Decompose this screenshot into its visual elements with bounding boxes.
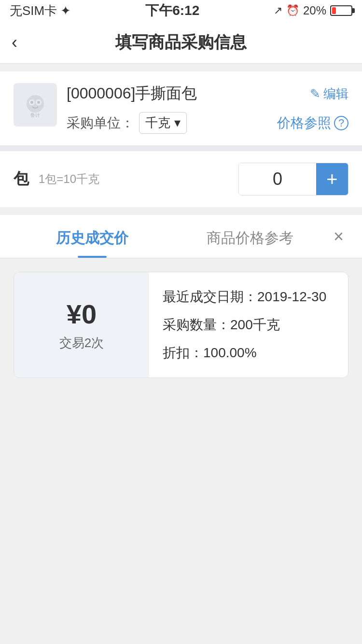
product-logo-icon: 鲁计 bbox=[21, 90, 50, 119]
product-image: 鲁计 bbox=[14, 83, 57, 126]
svg-text:鲁计: 鲁计 bbox=[30, 112, 40, 118]
main-content: 历史成交价 商品价格参考 × ¥0 交易2次 最近成交日期：2019-12-30… bbox=[0, 215, 362, 553]
svg-point-0 bbox=[27, 95, 44, 112]
alarm-icon: ⏰ bbox=[286, 4, 299, 17]
time-label: 下午6:12 bbox=[145, 1, 199, 20]
edit-label: 编辑 bbox=[323, 85, 348, 102]
tab-history-label: 历史成交价 bbox=[56, 230, 128, 246]
price-value: 0 bbox=[82, 299, 97, 329]
price-ref-label: 价格参照 bbox=[277, 114, 331, 132]
battery-icon bbox=[330, 5, 352, 16]
tab-price-ref-label: 商品价格参考 bbox=[207, 230, 293, 246]
tabs-container: 历史成交价 商品价格参考 × bbox=[0, 215, 362, 258]
unit-selector[interactable]: 千克 ▾ bbox=[139, 112, 187, 134]
carrier-label: 无SIM卡 ✦ bbox=[10, 2, 71, 19]
history-card-right: 最近成交日期：2019-12-30 采购数量：200千克 折扣：100.00% bbox=[149, 272, 348, 378]
unit-selector-group: 采购单位： 千克 ▾ bbox=[67, 112, 187, 134]
status-right: ↗ ⏰ 20% bbox=[274, 4, 352, 17]
yen-symbol: ¥ bbox=[67, 299, 82, 329]
unit-row: 采购单位： 千克 ▾ 价格参照 ? bbox=[67, 112, 348, 134]
quantity-value: 200千克 bbox=[230, 317, 280, 332]
edit-button[interactable]: ✎ 编辑 bbox=[310, 85, 348, 102]
quantity-row: 包 1包=10千克 + bbox=[0, 151, 362, 207]
history-section: ¥0 交易2次 最近成交日期：2019-12-30 采购数量：200千克 折扣：… bbox=[0, 258, 362, 392]
product-name-row: [0000006]手撕面包 ✎ 编辑 bbox=[67, 83, 348, 104]
status-left: 无SIM卡 ✦ bbox=[10, 2, 71, 19]
latest-date-value: 2019-12-30 bbox=[257, 289, 326, 304]
history-discount-row: 折扣：100.00% bbox=[163, 343, 334, 363]
battery-percent: 20% bbox=[303, 4, 326, 17]
product-name: [0000006]手撕面包 bbox=[67, 83, 197, 104]
tab-close-button[interactable]: × bbox=[329, 226, 348, 247]
quantity-plus-button[interactable]: + bbox=[316, 163, 348, 195]
history-transaction-count: 交易2次 bbox=[59, 335, 104, 351]
status-bar: 无SIM卡 ✦ 下午6:12 ↗ ⏰ 20% bbox=[0, 0, 362, 21]
page-title: 填写商品采购信息 bbox=[115, 31, 247, 54]
history-latest-date-row: 最近成交日期：2019-12-30 bbox=[163, 287, 334, 307]
back-button[interactable]: ‹ bbox=[12, 32, 17, 53]
quantity-unit-label: 包 bbox=[14, 168, 29, 190]
discount-value: 100.00% bbox=[203, 345, 257, 360]
quantity-input-wrap: + bbox=[238, 163, 348, 196]
price-reference-button[interactable]: 价格参照 ? bbox=[277, 114, 348, 132]
tab-history-price[interactable]: 历史成交价 bbox=[14, 215, 171, 258]
edit-icon: ✎ bbox=[310, 86, 320, 101]
history-card: ¥0 交易2次 最近成交日期：2019-12-30 采购数量：200千克 折扣：… bbox=[14, 272, 348, 378]
question-mark-icon: ? bbox=[334, 116, 348, 130]
nav-bar: ‹ 填写商品采购信息 bbox=[0, 21, 362, 64]
unit-label: 采购单位： bbox=[67, 114, 134, 132]
product-header: 鲁计 [0000006]手撕面包 ✎ 编辑 采购单位： 千克 ▾ bbox=[14, 83, 348, 134]
quantity-sub-label: 1包=10千克 bbox=[39, 171, 229, 187]
svg-point-4 bbox=[37, 101, 40, 104]
tab-product-price-reference[interactable]: 商品价格参考 bbox=[171, 215, 328, 258]
history-card-left: ¥0 交易2次 bbox=[14, 272, 149, 378]
divider-bar bbox=[0, 145, 362, 151]
history-price: ¥0 bbox=[67, 298, 97, 330]
history-quantity-row: 采购数量：200千克 bbox=[163, 315, 334, 335]
chevron-down-icon: ▾ bbox=[174, 115, 181, 130]
product-card: 鲁计 [0000006]手撕面包 ✎ 编辑 采购单位： 千克 ▾ bbox=[0, 71, 362, 145]
quantity-label: 采购数量： bbox=[163, 317, 230, 332]
location-icon: ↗ bbox=[274, 4, 282, 17]
latest-date-label: 最近成交日期： bbox=[163, 289, 257, 304]
unit-value: 千克 bbox=[145, 114, 170, 131]
svg-point-3 bbox=[30, 101, 33, 104]
discount-label: 折扣： bbox=[163, 345, 203, 360]
product-info: [0000006]手撕面包 ✎ 编辑 采购单位： 千克 ▾ 价格参照 ? bbox=[67, 83, 348, 134]
quantity-input[interactable] bbox=[239, 163, 316, 195]
